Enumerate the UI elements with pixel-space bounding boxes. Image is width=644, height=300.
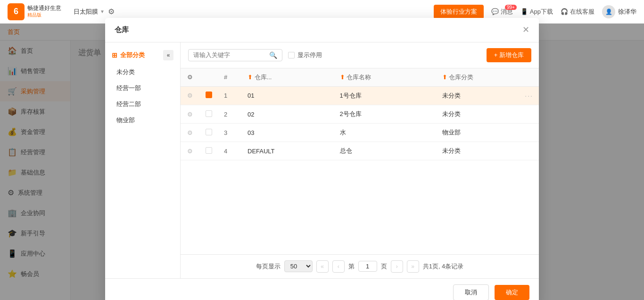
total-info: 共1页, 4条记录 bbox=[423, 262, 464, 271]
main-layout: 🏠 首页 📊 销售管理 🛒 采购管理 📦 库存核算 💰 资金管理 📋 经营管理 … bbox=[0, 41, 644, 300]
grid-icon: ⊞ bbox=[112, 51, 117, 59]
row-checkbox[interactable] bbox=[199, 105, 218, 124]
row-settings[interactable]: ⚙ bbox=[181, 105, 199, 124]
logo-sub: 精品版 bbox=[27, 12, 61, 18]
table-row[interactable]: ⚙ 2 02 2号仓库 未分类 bbox=[181, 105, 539, 124]
pagination-bar: 每页显示 50 100 200 « ‹ 第 页 › bbox=[181, 254, 539, 278]
user-menu[interactable]: 👤 徐泽华 bbox=[602, 5, 636, 18]
category-all-label: 全部分类 bbox=[120, 51, 145, 59]
sort-icon: ⬆ bbox=[248, 74, 253, 81]
modal-footer: 取消 确定 bbox=[105, 278, 539, 300]
message-icon: 💬 bbox=[491, 8, 499, 15]
per-page-select[interactable]: 50 100 200 bbox=[284, 260, 313, 272]
settings-icon[interactable]: ⚙ bbox=[105, 5, 118, 18]
row-num: 1 bbox=[218, 86, 242, 105]
online-service-button[interactable]: 🎧 在线客服 bbox=[561, 8, 594, 16]
row-name: 水 bbox=[334, 124, 437, 142]
row-category: 未分类 bbox=[437, 142, 539, 160]
category-panel: ⊞ 全部分类 « 未分类 经营一部 经营二部 物业部 bbox=[105, 42, 181, 278]
row-settings[interactable]: ⚙ bbox=[181, 124, 199, 142]
online-service-label: 在线客服 bbox=[570, 8, 594, 16]
search-icon: 🔍 bbox=[269, 51, 277, 59]
cancel-button[interactable]: 取消 bbox=[453, 284, 489, 300]
experience-button[interactable]: 体验行业方案 bbox=[434, 5, 484, 19]
row-num: 4 bbox=[218, 142, 242, 160]
topbar-actions: 体验行业方案 💬 消息 99+ 📱 App下载 🎧 在线客服 👤 徐泽华 bbox=[434, 5, 636, 19]
store-name: 日太阳膜 bbox=[74, 8, 98, 16]
warehouse-modal: 仓库 ✕ ⊞ 全部分类 « 未分类 经营一部 经营二部 bbox=[105, 41, 539, 300]
show-disabled-wrap: 显示停用 bbox=[288, 51, 322, 59]
modal-body: ⊞ 全部分类 « 未分类 经营一部 经营二部 物业部 bbox=[105, 42, 539, 278]
app-download-label: App下载 bbox=[530, 8, 553, 16]
row-checkbox[interactable] bbox=[199, 86, 218, 105]
search-input[interactable] bbox=[193, 51, 269, 58]
show-disabled-checkbox[interactable] bbox=[288, 52, 295, 58]
row-code: 01 bbox=[242, 86, 334, 105]
row-category: 未分类 bbox=[437, 105, 539, 124]
page-label: 第 bbox=[348, 262, 355, 271]
row-checkbox[interactable] bbox=[199, 124, 218, 142]
page-next-button[interactable]: › bbox=[391, 260, 403, 273]
page-prev-button[interactable]: ‹ bbox=[332, 260, 345, 273]
page-unit: 页 bbox=[381, 262, 387, 271]
row-name: 总仓 bbox=[334, 142, 437, 160]
category-item-ops2[interactable]: 经营二部 bbox=[105, 96, 180, 112]
search-input-wrap: 🔍 bbox=[188, 49, 282, 61]
logo-text: 畅捷通好生意 bbox=[27, 5, 61, 12]
headset-icon: 🎧 bbox=[561, 8, 568, 15]
main-area: 进货单 仓库 ✕ ⊞ 全部分类 « bbox=[71, 41, 644, 300]
row-num: 3 bbox=[218, 124, 242, 142]
row-num: 2 bbox=[218, 105, 242, 124]
app-download-button[interactable]: 📱 App下载 bbox=[520, 8, 553, 16]
col-header-code[interactable]: ⬆ 仓库... bbox=[242, 68, 334, 87]
mobile-icon: 📱 bbox=[520, 8, 528, 15]
modal-backdrop: 仓库 ✕ ⊞ 全部分类 « 未分类 经营一部 经营二部 bbox=[71, 41, 644, 300]
table-row[interactable]: ⚙ 4 DEFAULT 总仓 未分类 bbox=[181, 142, 539, 160]
row-code: DEFAULT bbox=[242, 142, 334, 160]
row-name: 1号仓库 bbox=[334, 86, 437, 105]
collapse-button[interactable]: « bbox=[163, 50, 173, 60]
category-item-ops1[interactable]: 经营一部 bbox=[105, 80, 180, 96]
per-page-label: 每页显示 bbox=[256, 262, 281, 271]
row-name: 2号仓库 bbox=[334, 105, 437, 124]
user-name: 徐泽华 bbox=[618, 8, 636, 16]
add-warehouse-button[interactable]: + 新增仓库 bbox=[487, 48, 531, 62]
row-settings[interactable]: ⚙ bbox=[181, 142, 199, 160]
sort-icon-name: ⬆ bbox=[340, 74, 345, 81]
store-selector[interactable]: 日太阳膜 ▼ bbox=[74, 8, 105, 16]
confirm-button[interactable]: 确定 bbox=[495, 285, 529, 300]
chevron-down-icon: ▼ bbox=[100, 9, 105, 14]
col-header-settings: ⚙ bbox=[181, 68, 199, 87]
avatar: 👤 bbox=[602, 5, 615, 18]
col-header-num: # bbox=[218, 68, 242, 87]
row-category: 未分类 ··· bbox=[437, 87, 539, 105]
row-category: 物业部 bbox=[437, 124, 539, 142]
show-disabled-label: 显示停用 bbox=[297, 51, 322, 59]
category-item-unclassified[interactable]: 未分类 bbox=[105, 64, 180, 80]
page-first-button[interactable]: « bbox=[316, 260, 329, 273]
warehouse-table: ⚙ # ⬆ 仓库... ⬆ 仓库名称 bbox=[181, 68, 539, 254]
row-action-dots[interactable]: ··· bbox=[525, 92, 533, 100]
messages-button[interactable]: 💬 消息 99+ bbox=[491, 8, 513, 16]
col-header-name[interactable]: ⬆ 仓库名称 bbox=[334, 68, 437, 87]
table-row[interactable]: ⚙ 1 01 1号仓库 未分类 ··· bbox=[181, 86, 539, 105]
table-row[interactable]: ⚙ 3 03 水 物业部 bbox=[181, 124, 539, 142]
page-last-button[interactable]: » bbox=[407, 260, 419, 273]
category-item-property[interactable]: 物业部 bbox=[105, 112, 180, 128]
row-code: 03 bbox=[242, 124, 334, 142]
topbar-icon-group: 💬 消息 99+ 📱 App下载 🎧 在线客服 bbox=[491, 8, 594, 16]
sort-icon-cat: ⬆ bbox=[442, 74, 447, 81]
logo-icon: 6 bbox=[8, 3, 25, 20]
category-all[interactable]: ⊞ 全部分类 « bbox=[105, 46, 180, 64]
row-code: 02 bbox=[242, 105, 334, 124]
row-checkbox[interactable] bbox=[199, 142, 218, 160]
app-logo: 6 畅捷通好生意 精品版 bbox=[8, 3, 64, 20]
content-panel: 🔍 显示停用 + 新增仓库 bbox=[181, 42, 539, 278]
page-input[interactable] bbox=[358, 261, 377, 272]
col-header-category[interactable]: ⬆ 仓库分类 bbox=[437, 68, 539, 87]
col-header-check bbox=[199, 68, 218, 87]
row-settings[interactable]: ⚙ bbox=[181, 86, 199, 105]
messages-badge: 99+ bbox=[505, 5, 517, 10]
content-toolbar: 🔍 显示停用 + 新增仓库 bbox=[181, 42, 539, 68]
